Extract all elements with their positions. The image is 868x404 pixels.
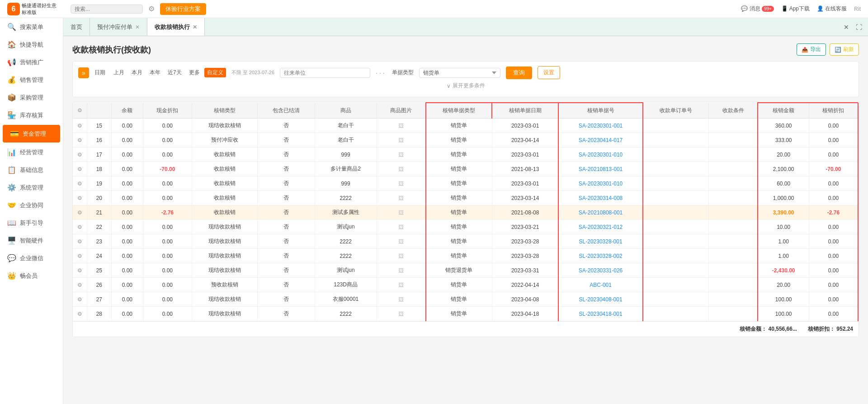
date-this-month[interactable]: 本月 (129, 68, 145, 77)
sidebar-label-member: 畅会员 (20, 272, 38, 280)
cell-verify-bill-no[interactable]: SL-20230408-001 (558, 292, 643, 307)
cell-settings[interactable]: ⚙ (73, 292, 87, 307)
cell-receipt-condition (709, 307, 758, 321)
th-verify-bill-date: 核销单据日期 (492, 103, 558, 119)
cell-verify-bill-no[interactable]: SA-20230321-012 (558, 220, 643, 234)
cell-settings[interactable]: ⚙ (73, 133, 87, 147)
cell-verify-discount: 0.00 (809, 176, 858, 191)
member-icon: 👑 (7, 271, 16, 280)
cell-verify-bill-no[interactable]: SA-20230314-008 (558, 191, 643, 205)
cell-goods-img: 🖼 (377, 307, 426, 321)
filter-row: » 日期 上月 本月 本年 近7天 更多 自定义 不限 至 2023-07-26 (78, 66, 853, 79)
cell-settings[interactable]: ⚙ (73, 263, 87, 278)
sidebar-item-system[interactable]: ⚙️ 系统管理 (0, 179, 63, 196)
operations-icon: 📊 (7, 148, 16, 157)
sidebar-item-finance[interactable]: 💳 资金管理 (3, 125, 60, 143)
cell-balance: 0.00 (111, 147, 143, 162)
cell-settings[interactable]: ⚙ (73, 205, 87, 220)
msg-section[interactable]: 💬 消息 99+ (741, 5, 774, 13)
cell-verify-bill-type: 销货单 (426, 205, 492, 220)
cell-verify-bill-no[interactable]: SA-20230414-017 (558, 133, 643, 147)
username: Rit (854, 6, 861, 12)
cell-settings[interactable]: ⚙ (73, 249, 87, 263)
sidebar-item-member[interactable]: 👑 畅会员 (0, 267, 63, 285)
inventory-icon: 🏪 (7, 111, 16, 119)
cell-goods-img: 🖼 (377, 263, 426, 278)
cell-verify-bill-no[interactable]: SA-20230331-026 (558, 263, 643, 278)
query-btn[interactable]: 查询 (506, 67, 532, 79)
cell-verify-bill-no[interactable]: SA-20230301-001 (558, 119, 643, 133)
cell-settings[interactable]: ⚙ (73, 176, 87, 191)
sidebar-item-quick-nav[interactable]: 🏠 快捷导航 (0, 36, 63, 53)
tab-receipt[interactable]: 收款核销执行 ✕ (147, 18, 205, 36)
th-settings[interactable]: ⚙ (73, 103, 87, 119)
tab-prepay[interactable]: 预付冲应付单 ✕ (90, 18, 147, 36)
online-service[interactable]: 👤 在线客服 (817, 5, 847, 13)
cell-verify-bill-no[interactable]: SL-20230418-001 (558, 307, 643, 321)
cell-receipt-condition (709, 278, 758, 292)
sidebar-item-purchase[interactable]: 📦 采购管理 (0, 89, 63, 106)
sidebar-item-basic[interactable]: 📋 基础信息 (0, 161, 63, 179)
date-more[interactable]: 更多 (186, 68, 203, 77)
partner-input[interactable] (280, 68, 370, 78)
page-content: 收款核销执行(按收款) 📤 导出 🔄 刷新 » 日期 (63, 36, 868, 404)
sidebar-item-enterprise[interactable]: 🤝 企业协同 (0, 196, 63, 214)
cell-verify-bill-no[interactable]: SA-20210813-001 (558, 162, 643, 176)
cell-settings[interactable]: ⚙ (73, 307, 87, 321)
cell-settings[interactable]: ⚙ (73, 119, 87, 133)
expand-more-btn[interactable]: ∨ 展开更多条件 (78, 79, 853, 92)
cell-settings[interactable]: ⚙ (73, 162, 87, 176)
date-last-month[interactable]: 上月 (111, 68, 127, 77)
tab-home[interactable]: 首页 (63, 18, 90, 36)
cell-balance: 0.00 (111, 220, 143, 234)
cell-verify-bill-no[interactable]: SA-20230301-010 (558, 147, 643, 162)
cell-verify-bill-type: 销货单 (426, 133, 492, 147)
sidebar-item-search[interactable]: 🔍 搜索菜单 (0, 18, 63, 36)
sidebar-item-marketing[interactable]: 📢 营销推广 (0, 53, 63, 71)
cell-verify-bill-no[interactable]: SL-20230328-002 (558, 249, 643, 263)
export-btn[interactable]: 📤 导出 (797, 43, 826, 56)
sidebar-item-inventory[interactable]: 🏪 库存核算 (0, 106, 63, 124)
cell-included-settled: 否 (258, 234, 315, 249)
cell-cash-discount: 0.00 (143, 176, 192, 191)
sidebar-item-operations[interactable]: 📊 经营管理 (0, 143, 63, 161)
th-receipt-condition: 收款条件 (709, 103, 758, 119)
sidebar-item-guide[interactable]: 📖 新手引导 (0, 214, 63, 232)
tab-close-btn[interactable]: ✕ (841, 22, 852, 33)
cell-settings[interactable]: ⚙ (73, 278, 87, 292)
cell-settings[interactable]: ⚙ (73, 234, 87, 249)
app-download[interactable]: 📱 App下载 (781, 5, 810, 13)
cell-settings[interactable]: ⚙ (73, 191, 87, 205)
cell-verify-type: 预付冲应收 (192, 133, 257, 147)
sidebar-item-hardware[interactable]: 🖥️ 智能硬件 (0, 232, 63, 249)
bill-type-select[interactable]: 销货单 采购单 (419, 68, 500, 78)
cell-receipt-order (643, 278, 709, 292)
cell-goods-img: 🖼 (377, 147, 426, 162)
cell-verify-amount: 1,000.00 (758, 191, 809, 205)
breadcrumb-input[interactable] (71, 5, 143, 14)
tab-expand-btn[interactable]: ⛶ (854, 22, 864, 33)
cell-verify-bill-no[interactable]: SA-20210808-001 (558, 205, 643, 220)
date-custom-btn[interactable]: 自定义 (204, 68, 226, 77)
page-header: 收款核销执行(按收款) 📤 导出 🔄 刷新 (72, 43, 859, 56)
refresh-btn[interactable]: 🔄 刷新 (830, 43, 859, 56)
th-verify-amount: 核销金额 (758, 103, 809, 119)
sidebar-item-sales[interactable]: 💰 销售管理 (0, 71, 63, 89)
cell-included-settled: 否 (258, 133, 315, 147)
th-balance: 余额 (111, 103, 143, 119)
cell-verify-type: 收款核销 (192, 147, 257, 162)
cell-verify-bill-no[interactable]: ABC-001 (558, 278, 643, 292)
cell-verify-bill-no[interactable]: SA-20230301-010 (558, 176, 643, 191)
cell-verify-bill-no[interactable]: SL-20230328-001 (558, 234, 643, 249)
gear-icon[interactable]: ⚙ (148, 5, 155, 13)
tab-close-prepay[interactable]: ✕ (135, 24, 140, 30)
cell-settings[interactable]: ⚙ (73, 220, 87, 234)
cell-settings[interactable]: ⚙ (73, 147, 87, 162)
sidebar-item-wechat[interactable]: 💬 企业微信 (0, 249, 63, 267)
tab-close-receipt[interactable]: ✕ (193, 24, 197, 30)
date-this-year[interactable]: 本年 (147, 68, 163, 77)
industry-btn[interactable]: 休验行业方案 (160, 3, 206, 15)
settings-btn[interactable]: 设置 (538, 66, 560, 79)
filter-expand-btn[interactable]: » (78, 67, 89, 78)
date-7days[interactable]: 近7天 (165, 68, 184, 77)
